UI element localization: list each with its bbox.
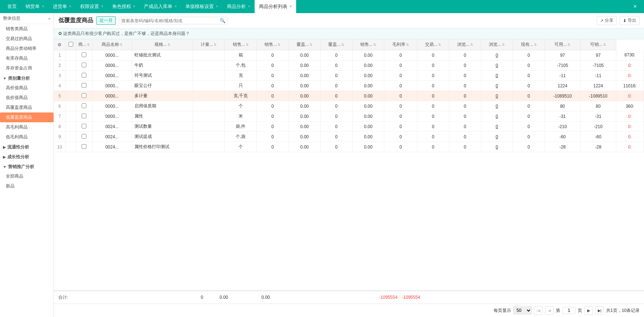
column-select-all[interactable] (66, 39, 76, 50)
sidebar-item-category-turnover[interactable]: 商品分类动销率 (0, 44, 54, 54)
column-name[interactable]: 商品名称⇅ (92, 39, 132, 50)
sidebar-category-section[interactable]: ▼ 类别量分析 (0, 73, 54, 83)
sidebar-item-new-goods[interactable]: 新品 (0, 181, 54, 191)
column-sales3[interactable]: 销售...⇅ (352, 39, 384, 50)
row-select-checkbox[interactable] (82, 83, 86, 88)
row-checkbox[interactable] (76, 50, 92, 60)
select-all-checkbox[interactable] (68, 42, 73, 47)
sidebar-item-high-value[interactable]: 高价值商品 (0, 83, 54, 93)
sidebar-item-all-goods[interactable]: 全部商品 (0, 171, 54, 181)
nav-template[interactable]: 单据模板设置 × (181, 0, 223, 13)
nav-close-permission[interactable]: × (101, 0, 103, 13)
column-gross[interactable]: 毛利率⇅ (384, 39, 417, 50)
nav-sales[interactable]: 销货单 × (21, 0, 48, 13)
share-button[interactable]: ↗ 分享 (597, 16, 617, 25)
row-gross: 0 (417, 122, 449, 132)
nav-analysis-list[interactable]: 商品分析列表 × (255, 0, 296, 13)
window-close-button[interactable]: × (629, 3, 641, 10)
row-select-checkbox[interactable] (82, 73, 86, 78)
page-title: 低覆盖度商品 (58, 17, 93, 24)
next-page-button[interactable]: ▶ (584, 306, 593, 315)
sidebar-item-low-value[interactable]: 低价值商品 (0, 93, 54, 103)
sidebar-item-stock-goods[interactable]: 有库存商品 (0, 54, 54, 63)
row-select-checkbox[interactable] (82, 63, 86, 67)
per-page-select[interactable]: 5020100 (513, 306, 532, 314)
nav-product-stock[interactable]: 产成品入库单 × (140, 0, 181, 13)
row-browse1[interactable]: 0 (481, 81, 513, 91)
nav-close-sales[interactable]: × (42, 0, 44, 13)
row-available: 1224 (580, 81, 616, 91)
column-browse2[interactable]: 浏览...⇅ (481, 39, 513, 50)
nav-role[interactable]: 角色授权 × (108, 0, 140, 13)
sidebar-item-high-margin[interactable]: 高毛利商品 (0, 122, 54, 132)
row-checkbox[interactable] (76, 122, 92, 132)
column-sales-amt[interactable]: 销售...⇅ (256, 39, 288, 50)
row-browse1[interactable]: 0 (481, 132, 513, 142)
row-current: -1089510 (545, 91, 580, 101)
column-cover1[interactable]: 覆盖...⇅ (288, 39, 321, 50)
search-input[interactable] (121, 18, 220, 23)
row-browse1[interactable]: 0 (481, 91, 513, 101)
row-checkbox[interactable] (76, 71, 92, 81)
row-browse1[interactable]: 0 (481, 50, 513, 60)
row-checkbox[interactable] (76, 60, 92, 71)
row-browse1[interactable]: 0 (481, 71, 513, 81)
sidebar-collapse-icon[interactable]: « (48, 16, 51, 21)
sidebar-flow-section[interactable]: ▶ 流通性分析 (0, 142, 54, 152)
nav-analysis[interactable]: 商品分析 × (223, 0, 255, 13)
row-select-checkbox[interactable] (82, 52, 86, 57)
nav-purchase[interactable]: 进货单 × (48, 0, 76, 13)
sidebar-item-traded-goods[interactable]: 交易过的商品 (0, 34, 54, 44)
first-page-button[interactable]: |◀ (534, 306, 543, 315)
nav-close-role[interactable]: × (133, 0, 136, 13)
row-cover1: 0 (321, 60, 353, 71)
row-checkbox[interactable] (76, 142, 92, 152)
time-filter-button[interactable]: 近一月 (96, 16, 116, 25)
nav-close-purchase[interactable]: × (69, 0, 71, 13)
nav-permission[interactable]: 权限设置 × (76, 0, 108, 13)
sidebar-item-sales-goods[interactable]: 销售类商品 (0, 24, 54, 34)
row-checkbox[interactable] (76, 132, 92, 142)
nav-close-template[interactable]: × (216, 0, 218, 13)
row-browse1[interactable]: 0 (481, 142, 513, 152)
sidebar-marketing-section[interactable]: ▼ 营销推广分析 (0, 162, 54, 171)
row-browse1[interactable]: 0 (481, 111, 513, 122)
row-checkbox[interactable] (76, 91, 92, 101)
column-spec[interactable]: 规格...⇅ (132, 39, 193, 50)
nav-home[interactable]: 首页 (3, 0, 21, 13)
row-select-checkbox[interactable] (82, 144, 86, 149)
prev-page-button[interactable]: ◀ (545, 306, 554, 315)
row-checkbox[interactable] (76, 101, 92, 111)
row-select-checkbox[interactable] (82, 124, 86, 128)
row-select-checkbox[interactable] (82, 114, 86, 118)
last-page-button[interactable]: ▶| (595, 306, 604, 315)
row-browse1[interactable]: 0 (481, 60, 513, 71)
column-trade[interactable]: 交易...⇅ (417, 39, 449, 50)
column-available[interactable]: 可用...⇅ (545, 39, 580, 50)
nav-close-analysis-list[interactable]: × (290, 0, 292, 13)
sidebar-item-low-margin[interactable]: 低毛利商品 (0, 132, 54, 142)
export-button[interactable]: ⬇ 导出 (620, 16, 640, 25)
nav-close-product-stock[interactable]: × (174, 0, 177, 13)
column-code[interactable]: 商...⇅ (76, 39, 92, 50)
row-select-checkbox[interactable] (82, 103, 86, 108)
row-checkbox[interactable] (76, 111, 92, 122)
nav-close-analysis[interactable]: × (248, 0, 250, 13)
page-input[interactable] (562, 307, 576, 314)
column-sales-qty[interactable]: 销售...⇅ (225, 39, 257, 50)
sidebar-item-low-coverage[interactable]: 低覆盖度商品 (0, 112, 54, 122)
column-current[interactable]: 现有...⇅ (513, 39, 545, 50)
column-browse1[interactable]: 浏览...⇅ (449, 39, 481, 50)
sidebar-item-high-coverage[interactable]: 高覆盖度商品 (0, 103, 54, 112)
row-checkbox[interactable] (76, 81, 92, 91)
column-sellable[interactable]: 可销...⇅ (580, 39, 616, 50)
sidebar-item-stock-capital[interactable]: 库存资金占用 (0, 63, 54, 73)
column-cover2[interactable]: 覆盖...⇅ (321, 39, 353, 50)
row-browse1[interactable]: 0 (481, 122, 513, 132)
column-gear[interactable]: ⚙ (54, 39, 66, 50)
row-select-checkbox[interactable] (82, 134, 86, 139)
sidebar-growth-section[interactable]: ▶ 成长性分析 (0, 152, 54, 162)
row-browse1[interactable]: 0 (481, 101, 513, 111)
column-unit[interactable]: 计量...⇅ (193, 39, 225, 50)
row-select-checkbox[interactable] (82, 93, 86, 98)
